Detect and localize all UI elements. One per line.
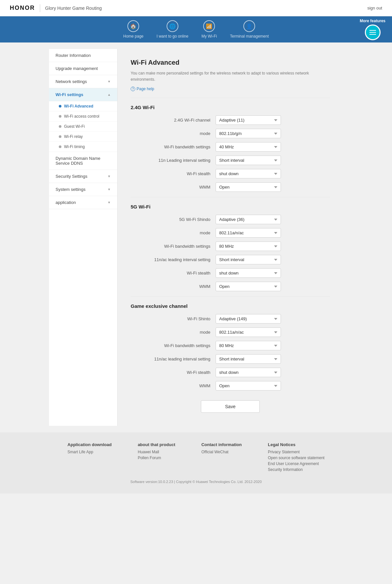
2g-bandwidth-select[interactable]: 40 MHz20 MHzAuto xyxy=(216,142,281,152)
field-game-bandwidth: Wi-Fi bandwidth settings 80 MHz40 MHz20 … xyxy=(131,341,330,350)
game-channel-select[interactable]: Adaptive (149)149153157 xyxy=(216,314,281,324)
5g-bandwidth-select[interactable]: 80 MHz40 MHz20 MHz xyxy=(216,242,281,251)
sidebar: Router Information Upgrade management Ne… xyxy=(49,49,118,426)
nav-home[interactable]: 🏠 Home page xyxy=(123,20,143,39)
section-2g-title: 2.4G Wi-Fi xyxy=(131,105,330,110)
game-mode-select[interactable]: 802.11a/n/ac802.11a/n802.11ac xyxy=(216,327,281,337)
inactive-dot xyxy=(59,135,61,138)
nav-home-label: Home page xyxy=(123,34,143,39)
nav-online[interactable]: 🌐 I want to go online xyxy=(156,20,188,39)
footer-link-eula[interactable]: End User License Agreement xyxy=(268,461,324,466)
signout-button[interactable]: sign out xyxy=(367,6,382,10)
sidebar-sub-wifi-access[interactable]: Wi-Fi access control xyxy=(49,111,117,122)
field-game-wmm-control: OpenClose xyxy=(216,381,281,391)
online-icon: 🌐 xyxy=(167,20,178,32)
chevron-down-icon: ▼ xyxy=(107,175,111,178)
field-game-mode-label: mode xyxy=(131,330,216,335)
2g-channel-select[interactable]: Adaptive (11)16 xyxy=(216,115,281,125)
sidebar-item-network[interactable]: Network settings ▼ xyxy=(49,75,117,88)
field-5g-bandwidth: Wi-Fi bandwidth settings 80 MHz40 MHz20 … xyxy=(131,242,330,251)
nav-more-label: More features xyxy=(360,19,385,23)
field-game-interval-control: Short intervalLong interval xyxy=(216,354,281,364)
page-description: You can make more personalized settings … xyxy=(131,70,330,83)
game-wmm-select[interactable]: OpenClose xyxy=(216,381,281,391)
sidebar-item-application[interactable]: application ▼ xyxy=(49,196,117,209)
nav-terminal[interactable]: 👤 Terminal management xyxy=(230,20,269,39)
sidebar-item-wifi[interactable]: Wi-Fi settings ▲ xyxy=(49,88,117,101)
footer-col-product-title: about that product xyxy=(138,442,175,447)
sidebar-item-security[interactable]: Security Settings ▼ xyxy=(49,170,117,183)
footer-link-privacy[interactable]: Privacy Statement xyxy=(268,450,324,454)
field-5g-interval: 11n/ac leading interval setting Short in… xyxy=(131,255,330,264)
2g-interval-select[interactable]: Short intervalLong interval xyxy=(216,156,281,165)
sidebar-sub-guest-wifi[interactable]: Guest Wi-Fi xyxy=(49,122,117,132)
field-2g-mode-label: mode xyxy=(131,131,216,136)
chevron-down-icon: ▼ xyxy=(107,188,111,191)
footer-copyright: Software version:10.0.2.23 | Copyright ©… xyxy=(20,480,372,484)
sidebar-item-network-label: Network settings xyxy=(56,79,87,84)
sidebar-sub-wifi-access-label: Wi-Fi access control xyxy=(64,114,99,119)
2g-mode-select[interactable]: 802.11b/g/n802.11b/g802.11n xyxy=(216,129,281,138)
field-2g-bandwidth-control: 40 MHz20 MHzAuto xyxy=(216,142,281,152)
footer-link-pollen[interactable]: Pollen Forum xyxy=(138,456,175,460)
5g-wmm-select[interactable]: OpenClose xyxy=(216,282,281,291)
help-icon: ? xyxy=(131,87,135,91)
footer-col-product: about that product Huawei Mall Pollen Fo… xyxy=(138,442,175,473)
page-help-link[interactable]: ? Page help xyxy=(131,87,330,91)
sidebar-sub-wifi-timing-label: Wi-Fi timing xyxy=(64,144,85,149)
home-icon: 🏠 xyxy=(127,20,139,32)
sidebar-item-router-info[interactable]: Router Information xyxy=(49,49,117,62)
inactive-dot xyxy=(59,125,61,128)
footer-link-huawei-mall[interactable]: Huawei Mall xyxy=(138,450,175,454)
sidebar-item-ddns[interactable]: Dynamic Domain Name Service DDNS xyxy=(49,152,117,170)
sidebar-sub-wifi-relay[interactable]: Wi-Fi relay xyxy=(49,132,117,142)
sidebar-sub-wifi-advanced[interactable]: Wi-Fi Advanced xyxy=(49,101,117,111)
game-interval-select[interactable]: Short intervalLong interval xyxy=(216,354,281,364)
field-2g-interval-label: 11n Leading interval setting xyxy=(131,158,216,163)
page-help-label: Page help xyxy=(137,87,154,91)
field-5g-bandwidth-control: 80 MHz40 MHz20 MHz xyxy=(216,242,281,251)
section-game-title: Game exclusive channel xyxy=(131,303,330,309)
sidebar-item-security-label: Security Settings xyxy=(56,174,88,179)
sidebar-sub-wifi-timing[interactable]: Wi-Fi timing xyxy=(49,142,117,152)
game-stealth-select[interactable]: shut downopen xyxy=(216,368,281,377)
field-game-mode-control: 802.11a/n/ac802.11a/n802.11ac xyxy=(216,327,281,337)
footer-col-download: Application download Smart Life App xyxy=(68,442,112,473)
footer: Application download Smart Life App abou… xyxy=(0,432,392,493)
field-5g-wmm-control: OpenClose xyxy=(216,282,281,291)
nav-mywifi[interactable]: 📶 My Wi-Fi xyxy=(202,20,217,39)
field-game-bandwidth-label: Wi-Fi bandwidth settings xyxy=(131,343,216,348)
5g-stealth-select[interactable]: shut downopen xyxy=(216,268,281,278)
footer-col-contact: Contact information Official WeChat xyxy=(201,442,242,473)
5g-interval-select[interactable]: Short intervalLong interval xyxy=(216,255,281,264)
2g-wmm-select[interactable]: OpenClose xyxy=(216,182,281,192)
field-5g-stealth-label: Wi-Fi stealth xyxy=(131,271,216,275)
footer-link-wechat[interactable]: Official WeChat xyxy=(201,450,242,454)
game-bandwidth-select[interactable]: 80 MHz40 MHz20 MHz xyxy=(216,341,281,350)
5g-mode-select[interactable]: 802.11a/n/ac802.11a/n802.11ac xyxy=(216,228,281,238)
sidebar-item-router-info-label: Router Information xyxy=(56,53,91,58)
sidebar-item-application-label: application xyxy=(56,200,76,205)
footer-link-smartlife[interactable]: Smart Life App xyxy=(68,450,112,454)
field-2g-channel: 2.4G Wi-Fi channel Adaptive (11)16 xyxy=(131,115,330,125)
nav-terminal-label: Terminal management xyxy=(230,34,269,39)
5g-channel-select[interactable]: Adaptive (36)364044 xyxy=(216,215,281,224)
section-5g-title: 5G Wi-Fi xyxy=(131,204,330,209)
nav-more: More features xyxy=(360,19,385,40)
chevron-down-icon: ▼ xyxy=(107,80,111,83)
2g-stealth-select[interactable]: shut downopen xyxy=(216,169,281,178)
field-5g-channel: 5G Wi-Fi Shindo Adaptive (36)364044 xyxy=(131,215,330,224)
field-5g-wmm-label: WMM xyxy=(131,284,216,289)
more-menu-button[interactable] xyxy=(365,25,381,40)
sidebar-item-upgrade[interactable]: Upgrade management xyxy=(49,62,117,75)
sidebar-item-system-label: System settings xyxy=(56,187,86,192)
field-2g-channel-control: Adaptive (11)16 xyxy=(216,115,281,125)
footer-link-opensource[interactable]: Open source software statement xyxy=(268,456,324,460)
save-button[interactable]: Save xyxy=(201,400,260,413)
header-divider xyxy=(40,4,40,12)
footer-link-security-info[interactable]: Security Information xyxy=(268,467,324,472)
nav-items: 🏠 Home page 🌐 I want to go online 📶 My W… xyxy=(7,20,385,39)
sidebar-item-system[interactable]: System settings ▼ xyxy=(49,183,117,196)
field-2g-wmm: WMM OpenClose xyxy=(131,182,330,192)
nav-mywifi-label: My Wi-Fi xyxy=(202,34,217,39)
